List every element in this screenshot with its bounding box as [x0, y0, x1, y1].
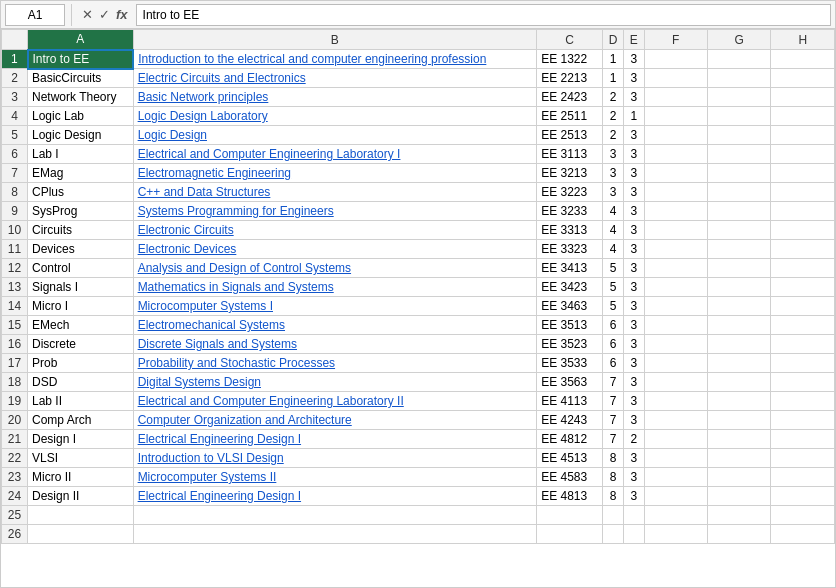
- cell-h8[interactable]: [771, 183, 835, 202]
- cell-d3[interactable]: 2: [603, 88, 624, 107]
- cell-c15[interactable]: EE 3513: [537, 316, 603, 335]
- cell-b14[interactable]: Microcomputer Systems I: [133, 297, 537, 316]
- cell-e19[interactable]: 3: [624, 392, 645, 411]
- cell-g25[interactable]: [707, 506, 771, 525]
- cell-a13[interactable]: Signals I: [28, 278, 134, 297]
- cell-c21[interactable]: EE 4812: [537, 430, 603, 449]
- cell-d11[interactable]: 4: [603, 240, 624, 259]
- cell-f3[interactable]: [644, 88, 707, 107]
- cell-e12[interactable]: 3: [624, 259, 645, 278]
- col-header-d[interactable]: D: [603, 30, 624, 50]
- cell-c13[interactable]: EE 3423: [537, 278, 603, 297]
- cell-d4[interactable]: 2: [603, 107, 624, 126]
- cell-a3[interactable]: Network Theory: [28, 88, 134, 107]
- cell-h10[interactable]: [771, 221, 835, 240]
- cell-c6[interactable]: EE 3113: [537, 145, 603, 164]
- cell-d1[interactable]: 1: [603, 50, 624, 69]
- cell-e7[interactable]: 3: [624, 164, 645, 183]
- cell-b10[interactable]: Electronic Circuits: [133, 221, 537, 240]
- cell-g12[interactable]: [707, 259, 771, 278]
- cell-e5[interactable]: 3: [624, 126, 645, 145]
- cell-b8[interactable]: C++ and Data Structures: [133, 183, 537, 202]
- cell-a19[interactable]: Lab II: [28, 392, 134, 411]
- cell-h23[interactable]: [771, 468, 835, 487]
- cell-c7[interactable]: EE 3213: [537, 164, 603, 183]
- cell-h21[interactable]: [771, 430, 835, 449]
- cell-d9[interactable]: 4: [603, 202, 624, 221]
- cell-h16[interactable]: [771, 335, 835, 354]
- cell-g7[interactable]: [707, 164, 771, 183]
- cell-e1[interactable]: 3: [624, 50, 645, 69]
- cell-g13[interactable]: [707, 278, 771, 297]
- cell-e10[interactable]: 3: [624, 221, 645, 240]
- cell-e18[interactable]: 3: [624, 373, 645, 392]
- cell-d17[interactable]: 6: [603, 354, 624, 373]
- cell-g3[interactable]: [707, 88, 771, 107]
- cell-a21[interactable]: Design I: [28, 430, 134, 449]
- cell-c9[interactable]: EE 3233: [537, 202, 603, 221]
- cell-c1[interactable]: EE 1322: [537, 50, 603, 69]
- cell-f4[interactable]: [644, 107, 707, 126]
- cell-b7[interactable]: Electromagnetic Engineering: [133, 164, 537, 183]
- cell-h3[interactable]: [771, 88, 835, 107]
- cell-c22[interactable]: EE 4513: [537, 449, 603, 468]
- cell-f18[interactable]: [644, 373, 707, 392]
- cell-d6[interactable]: 3: [603, 145, 624, 164]
- cell-a1[interactable]: Intro to EE: [28, 50, 134, 69]
- cell-d10[interactable]: 4: [603, 221, 624, 240]
- cell-f25[interactable]: [644, 506, 707, 525]
- cell-g19[interactable]: [707, 392, 771, 411]
- cell-b6[interactable]: Electrical and Computer Engineering Labo…: [133, 145, 537, 164]
- col-header-f[interactable]: F: [644, 30, 707, 50]
- cell-f13[interactable]: [644, 278, 707, 297]
- cell-f9[interactable]: [644, 202, 707, 221]
- cell-e3[interactable]: 3: [624, 88, 645, 107]
- cell-h24[interactable]: [771, 487, 835, 506]
- cell-a26[interactable]: [28, 525, 134, 544]
- grid-container[interactable]: A B C D E F G H 1Intro to EEIntroduction…: [1, 29, 835, 587]
- cell-g4[interactable]: [707, 107, 771, 126]
- cell-h13[interactable]: [771, 278, 835, 297]
- cell-c26[interactable]: [537, 525, 603, 544]
- cell-f23[interactable]: [644, 468, 707, 487]
- cell-f8[interactable]: [644, 183, 707, 202]
- cell-g9[interactable]: [707, 202, 771, 221]
- cell-e4[interactable]: 1: [624, 107, 645, 126]
- cell-c11[interactable]: EE 3323: [537, 240, 603, 259]
- cell-a9[interactable]: SysProg: [28, 202, 134, 221]
- cell-e25[interactable]: [624, 506, 645, 525]
- cell-f14[interactable]: [644, 297, 707, 316]
- cell-h26[interactable]: [771, 525, 835, 544]
- cell-e13[interactable]: 3: [624, 278, 645, 297]
- col-header-h[interactable]: H: [771, 30, 835, 50]
- cell-g5[interactable]: [707, 126, 771, 145]
- cell-d22[interactable]: 8: [603, 449, 624, 468]
- cell-a12[interactable]: Control: [28, 259, 134, 278]
- cell-g15[interactable]: [707, 316, 771, 335]
- cell-g11[interactable]: [707, 240, 771, 259]
- cell-c5[interactable]: EE 2513: [537, 126, 603, 145]
- cell-d13[interactable]: 5: [603, 278, 624, 297]
- cell-d23[interactable]: 8: [603, 468, 624, 487]
- cell-g24[interactable]: [707, 487, 771, 506]
- cell-g26[interactable]: [707, 525, 771, 544]
- cell-a18[interactable]: DSD: [28, 373, 134, 392]
- cell-d16[interactable]: 6: [603, 335, 624, 354]
- cell-b26[interactable]: [133, 525, 537, 544]
- cell-h9[interactable]: [771, 202, 835, 221]
- cell-b16[interactable]: Discrete Signals and Systems: [133, 335, 537, 354]
- cell-b12[interactable]: Analysis and Design of Control Systems: [133, 259, 537, 278]
- cell-h7[interactable]: [771, 164, 835, 183]
- cell-g8[interactable]: [707, 183, 771, 202]
- cell-e22[interactable]: 3: [624, 449, 645, 468]
- cell-c20[interactable]: EE 4243: [537, 411, 603, 430]
- cell-f5[interactable]: [644, 126, 707, 145]
- cell-g10[interactable]: [707, 221, 771, 240]
- col-header-e[interactable]: E: [624, 30, 645, 50]
- cell-a20[interactable]: Comp Arch: [28, 411, 134, 430]
- cell-reference-box[interactable]: [5, 4, 65, 26]
- cell-f10[interactable]: [644, 221, 707, 240]
- cell-e24[interactable]: 3: [624, 487, 645, 506]
- cell-f26[interactable]: [644, 525, 707, 544]
- cell-h14[interactable]: [771, 297, 835, 316]
